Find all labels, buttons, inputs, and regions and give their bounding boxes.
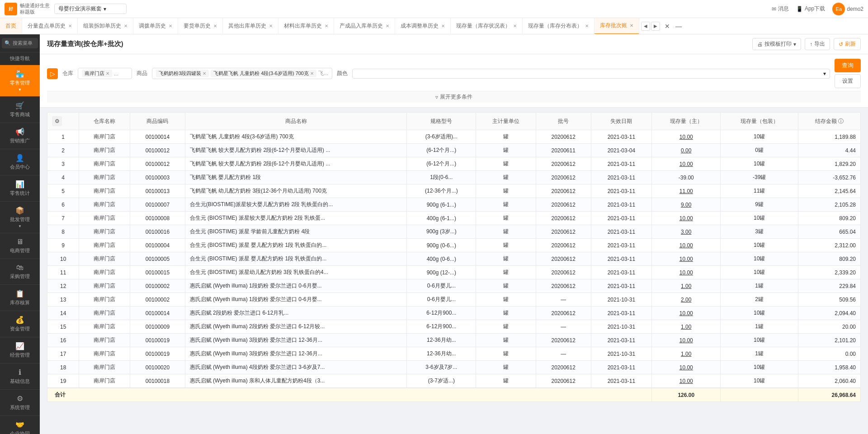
row-qty-pkg: 10罐 <box>721 266 798 279</box>
table-row: 11 南岸门店 00100015 合生元 (BIOSTIME) 派星幼儿配方奶粉… <box>47 266 861 279</box>
row-name: 惠氏启赋 (Wyeth illuma) 1段奶粉 爱尔兰进口 0-6月婴... <box>185 293 407 307</box>
nav-minimize[interactable]: — <box>673 23 684 30</box>
template-print-button[interactable]: 🖨 按模板打印 ▾ <box>752 38 801 50</box>
search-menu[interactable]: 🔍 搜索菜单 <box>2 38 38 48</box>
row-qty-main[interactable]: 10.00 <box>652 252 721 266</box>
row-qty-main[interactable]: 10.00 <box>652 361 721 374</box>
warehouse-filter[interactable]: 南岸门店 ✕ ... <box>78 68 132 79</box>
chevron-down-icon: ▼ <box>18 224 22 228</box>
goods-filter[interactable]: 飞鹤奶粉3段四罐装 ✕ 飞鹤星飞帆 儿童奶粉 4段(3-6岁适用) 700克 ✕… <box>152 68 332 79</box>
row-warehouse: 南岸门店 <box>79 266 130 279</box>
row-warehouse: 南岸门店 <box>79 307 130 320</box>
row-qty-main[interactable]: 9.00 <box>652 198 721 212</box>
row-qty-main[interactable]: 10.00 <box>652 334 721 347</box>
close-icon[interactable]: ✕ <box>169 24 172 28</box>
color-dropdown-icon[interactable]: ▾ <box>823 71 826 77</box>
row-qty-main[interactable]: 1.00 <box>652 347 721 361</box>
close-icon[interactable]: ✕ <box>269 24 273 28</box>
export-button[interactable]: ↑ 导出 <box>805 38 830 50</box>
tab-inventory-batch[interactable]: 库存批次账 ✕ <box>594 18 639 34</box>
row-warehouse: 南岸门店 <box>79 347 130 361</box>
row-qty-main[interactable]: 10.00 <box>652 239 721 252</box>
sidebar-item-marketing[interactable]: 📢 营销推广 <box>0 123 40 149</box>
row-qty-main[interactable]: 10.00 <box>652 157 721 171</box>
tab-split-history[interactable]: 分量盘点单历史 ✕ <box>22 18 78 34</box>
app-download-action[interactable]: 📱 App下载 <box>796 5 825 13</box>
tab-inventory-status[interactable]: 现存量（库存状况表） ✕ <box>451 18 523 34</box>
user-action[interactable]: Ea demo2 <box>832 3 863 15</box>
tab-product-in-history[interactable]: 产成品入库单历史 ✕ <box>334 18 395 34</box>
tab-other-out-history[interactable]: 其他出库单历史 ✕ <box>223 18 278 34</box>
filter-more-dots[interactable]: ... <box>114 71 118 77</box>
row-qty-main[interactable]: 10.00 <box>652 266 721 279</box>
tab-cost-adjust-history[interactable]: 成本调整单历史 ✕ <box>395 18 451 34</box>
close-icon[interactable]: ✕ <box>386 24 389 28</box>
row-code: 00100018 <box>130 374 185 388</box>
nav-close-all[interactable]: ✕ <box>662 23 673 30</box>
filter-expand-left-button[interactable]: ▷ <box>47 68 58 79</box>
sidebar-item-ecommerce[interactable]: 🖥 电商管理 <box>0 233 40 259</box>
sidebar-item-enterprise[interactable]: 🤝 企业协同 <box>0 416 40 434</box>
sidebar-item-retail-store[interactable]: 🛒 零售商城 <box>0 97 40 123</box>
row-code: 00100012 <box>130 157 185 171</box>
sidebar-item-system[interactable]: ⚙ 系统管理 <box>0 390 40 416</box>
goods-filter-more[interactable]: 飞... <box>318 70 328 77</box>
close-icon[interactable]: ✕ <box>630 23 633 28</box>
warehouse-selector[interactable]: 母婴行业演示账套 ▾ <box>54 4 127 14</box>
settings-button[interactable]: 设置 <box>835 74 861 88</box>
warehouse-tag-close[interactable]: ✕ <box>106 71 109 76</box>
close-icon[interactable]: ✕ <box>325 24 328 28</box>
close-icon[interactable]: ✕ <box>513 24 517 28</box>
sidebar-search-area[interactable]: 🔍 搜索菜单 <box>0 34 40 52</box>
tab-assembly-history[interactable]: 组装拆卸单历史 ✕ <box>78 18 133 34</box>
refresh-button[interactable]: ↺ 刷新 <box>834 38 861 50</box>
close-icon[interactable]: ✕ <box>441 24 445 28</box>
query-button[interactable]: 查询 <box>835 59 861 72</box>
row-unit: 罐 <box>476 171 536 184</box>
sidebar-quick-nav[interactable]: 快捷导航 <box>0 52 40 65</box>
row-qty-pkg: 10罐 <box>721 212 798 225</box>
row-qty-main[interactable]: -39.00 <box>652 171 721 184</box>
message-action[interactable]: ✉ 消息 <box>772 5 789 13</box>
tab-order-history[interactable]: 要货单历史 ✕ <box>178 18 223 34</box>
nav-next-arrow[interactable]: ▶ <box>651 22 660 31</box>
color-filter[interactable]: ▾ <box>352 69 830 79</box>
row-qty-main[interactable]: 10.00 <box>652 212 721 225</box>
row-warehouse: 南岸门店 <box>79 225 130 239</box>
advance-toggle[interactable]: ▿ 展开更多条件 <box>47 91 861 103</box>
row-qty-main[interactable]: 10.00 <box>652 374 721 388</box>
sidebar-item-wholesale[interactable]: 📦 批发管理 ▼ <box>0 202 40 233</box>
close-icon[interactable]: ✕ <box>124 24 127 28</box>
row-qty-main[interactable]: 11.00 <box>652 184 721 198</box>
tab-material-out-history[interactable]: 材料出库单历史 ✕ <box>278 18 334 34</box>
row-qty-main[interactable]: 10.00 <box>652 307 721 320</box>
retail-icon: 🏪 <box>15 70 24 78</box>
tab-inventory-distribution[interactable]: 现存量（库存分布表） ✕ <box>523 18 594 34</box>
sidebar-item-inventory[interactable]: 📋 库存核算 <box>0 285 40 311</box>
column-settings-button[interactable]: ⚙ <box>52 116 62 126</box>
goods-tag-1-close[interactable]: ✕ <box>203 71 206 76</box>
close-icon[interactable]: ✕ <box>68 24 72 28</box>
goods-tag-2-close[interactable]: ✕ <box>310 71 314 76</box>
sidebar-item-member-center[interactable]: 👤 会员中心 <box>0 149 40 175</box>
sidebar-item-basic-info[interactable]: ℹ 基础信息 <box>0 363 40 390</box>
total-qty-pkg <box>721 388 798 402</box>
sidebar-item-operations[interactable]: 📈 经营管理 <box>0 337 40 363</box>
row-qty-main[interactable]: 10.00 <box>652 130 721 144</box>
row-qty-main[interactable]: 2.00 <box>652 293 721 307</box>
nav-prev-arrow[interactable]: ◀ <box>641 22 650 31</box>
row-batch: 20200612 <box>536 307 591 320</box>
close-icon[interactable]: ✕ <box>585 24 589 28</box>
row-qty-pkg: 1罐 <box>721 347 798 361</box>
row-qty-main[interactable]: 1.00 <box>652 279 721 293</box>
row-qty-main[interactable]: 3.00 <box>652 225 721 239</box>
sidebar-item-retail-management[interactable]: 🏪 零售管理 ▼ <box>0 65 40 97</box>
row-qty-main[interactable]: 0.00 <box>652 144 721 157</box>
tab-home[interactable]: 首页 <box>0 18 22 34</box>
sidebar-item-retail-stats[interactable]: 📊 零售统计 <box>0 175 40 202</box>
row-qty-main[interactable]: 1.00 <box>652 320 721 334</box>
tab-transfer-history[interactable]: 调拨单历史 ✕ <box>133 18 178 34</box>
close-icon[interactable]: ✕ <box>213 24 217 28</box>
sidebar-item-purchase[interactable]: 🛍 采购管理 <box>0 259 40 285</box>
sidebar-item-finance[interactable]: 💰 资金管理 <box>0 311 40 337</box>
